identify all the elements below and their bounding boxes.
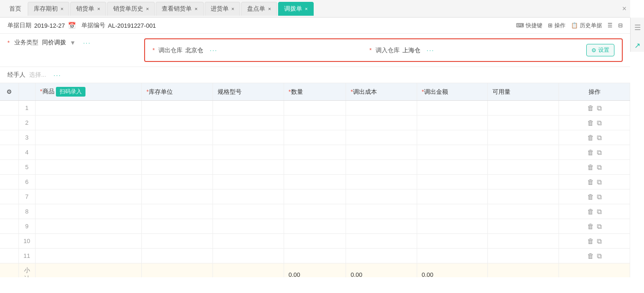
- row-qty-cell[interactable]: [284, 219, 346, 234]
- row-spec-cell[interactable]: [213, 249, 284, 263]
- handler-select[interactable]: 选择...: [29, 71, 46, 79]
- row-cost-cell[interactable]: [346, 175, 417, 189]
- row-spec-cell[interactable]: [213, 189, 284, 204]
- row-product-cell[interactable]: [35, 116, 142, 130]
- tab-sales-history[interactable]: 销货单历史 ×: [107, 2, 155, 16]
- scan-button[interactable]: 扫码录入: [56, 87, 85, 97]
- row-unit-cell[interactable]: [142, 204, 213, 219]
- row-product-cell[interactable]: [35, 204, 142, 219]
- source-warehouse-more[interactable]: ···: [210, 47, 218, 54]
- delete-icon[interactable]: 🗑: [587, 193, 594, 201]
- row-cost-cell[interactable]: [346, 101, 417, 116]
- row-amount-cell[interactable]: [417, 234, 488, 249]
- row-qty-cell[interactable]: [284, 175, 346, 189]
- row-unit-cell[interactable]: [142, 219, 213, 234]
- layout-list-button[interactable]: ☰: [608, 22, 613, 29]
- window-close-button[interactable]: ×: [622, 5, 626, 13]
- row-cost-cell[interactable]: [346, 204, 417, 219]
- operations-button[interactable]: ⊞ 操作: [548, 22, 565, 30]
- row-cost-cell[interactable]: [346, 130, 417, 145]
- business-type-select[interactable]: 同价调拨 ▼: [42, 38, 76, 47]
- row-spec-cell[interactable]: [213, 219, 284, 234]
- row-qty-cell[interactable]: [284, 145, 346, 160]
- copy-icon[interactable]: ⧉: [597, 119, 602, 127]
- copy-icon[interactable]: ⧉: [597, 134, 602, 142]
- row-spec-cell[interactable]: [213, 175, 284, 189]
- source-warehouse-value[interactable]: 北京仓: [185, 46, 203, 55]
- row-unit-cell[interactable]: [142, 175, 213, 189]
- row-cost-cell[interactable]: [346, 234, 417, 249]
- tab-inventory-init[interactable]: 库存期初 ×: [28, 2, 69, 16]
- row-unit-cell[interactable]: [142, 145, 213, 160]
- row-cost-cell[interactable]: [346, 219, 417, 234]
- delete-icon[interactable]: 🗑: [587, 104, 594, 112]
- row-product-cell[interactable]: [35, 130, 142, 145]
- row-cost-cell[interactable]: [346, 116, 417, 130]
- row-qty-cell[interactable]: [284, 130, 346, 145]
- row-product-cell[interactable]: [35, 101, 142, 116]
- row-unit-cell[interactable]: [142, 189, 213, 204]
- row-amount-cell[interactable]: [417, 249, 488, 263]
- row-product-cell[interactable]: [35, 145, 142, 160]
- delete-icon[interactable]: 🗑: [587, 222, 594, 231]
- delete-icon[interactable]: 🗑: [587, 119, 594, 127]
- row-qty-cell[interactable]: [284, 116, 346, 130]
- history-button[interactable]: 📋 历史单据: [571, 22, 602, 30]
- row-amount-cell[interactable]: [417, 160, 488, 175]
- tab-transfer[interactable]: 调拨单 ×: [278, 2, 314, 16]
- row-cost-cell[interactable]: [346, 249, 417, 263]
- tab-stocktake-close[interactable]: ×: [268, 6, 271, 12]
- tab-sales-history-close[interactable]: ×: [146, 6, 149, 12]
- row-amount-cell[interactable]: [417, 116, 488, 130]
- row-amount-cell[interactable]: [417, 145, 488, 160]
- row-unit-cell[interactable]: [142, 130, 213, 145]
- row-spec-cell[interactable]: [213, 145, 284, 160]
- row-qty-cell[interactable]: [284, 204, 346, 219]
- copy-icon[interactable]: ⧉: [597, 104, 602, 112]
- chevron-down-icon[interactable]: ▼: [70, 39, 76, 46]
- tab-purchase-order[interactable]: 进货单 ×: [205, 2, 240, 16]
- delete-icon[interactable]: 🗑: [587, 208, 594, 216]
- copy-icon[interactable]: ⧉: [597, 163, 602, 171]
- handler-more[interactable]: ···: [54, 72, 61, 79]
- row-cost-cell[interactable]: [346, 160, 417, 175]
- row-unit-cell[interactable]: [142, 116, 213, 130]
- row-product-cell[interactable]: [35, 219, 142, 234]
- sidebar-list-icon[interactable]: ☰: [632, 21, 643, 34]
- row-unit-cell[interactable]: [142, 249, 213, 263]
- row-cost-cell[interactable]: [346, 145, 417, 160]
- tab-sales-order[interactable]: 销货单 ×: [70, 2, 106, 16]
- row-qty-cell[interactable]: [284, 249, 346, 263]
- col-gear-header[interactable]: ⚙: [0, 83, 18, 101]
- row-cost-cell[interactable]: [346, 189, 417, 204]
- row-qty-cell[interactable]: [284, 234, 346, 249]
- tab-home[interactable]: 首页: [4, 2, 27, 16]
- row-spec-cell[interactable]: [213, 204, 284, 219]
- shortcuts-button[interactable]: ⌨ 快捷键: [516, 22, 542, 30]
- row-qty-cell[interactable]: [284, 160, 346, 175]
- row-spec-cell[interactable]: [213, 116, 284, 130]
- delete-icon[interactable]: 🗑: [587, 148, 594, 157]
- delete-icon[interactable]: 🗑: [587, 237, 594, 245]
- target-warehouse-value[interactable]: 上海仓: [402, 46, 420, 55]
- tab-stocktake[interactable]: 盘点单 ×: [241, 2, 277, 16]
- row-spec-cell[interactable]: [213, 234, 284, 249]
- row-amount-cell[interactable]: [417, 204, 488, 219]
- row-spec-cell[interactable]: [213, 130, 284, 145]
- target-warehouse-more[interactable]: ···: [427, 47, 435, 54]
- row-amount-cell[interactable]: [417, 175, 488, 189]
- row-amount-cell[interactable]: [417, 189, 488, 204]
- row-unit-cell[interactable]: [142, 101, 213, 116]
- delete-icon[interactable]: 🗑: [587, 252, 594, 260]
- tab-view-sales-close[interactable]: ×: [194, 6, 197, 12]
- copy-icon[interactable]: ⧉: [597, 178, 602, 186]
- row-spec-cell[interactable]: [213, 160, 284, 175]
- delete-icon[interactable]: 🗑: [587, 134, 594, 142]
- row-amount-cell[interactable]: [417, 219, 488, 234]
- copy-icon[interactable]: ⧉: [597, 252, 602, 260]
- row-spec-cell[interactable]: [213, 101, 284, 116]
- row-product-cell[interactable]: [35, 234, 142, 249]
- layout-grid-button[interactable]: ⊟: [618, 22, 623, 29]
- row-qty-cell[interactable]: [284, 189, 346, 204]
- delete-icon[interactable]: 🗑: [587, 178, 594, 186]
